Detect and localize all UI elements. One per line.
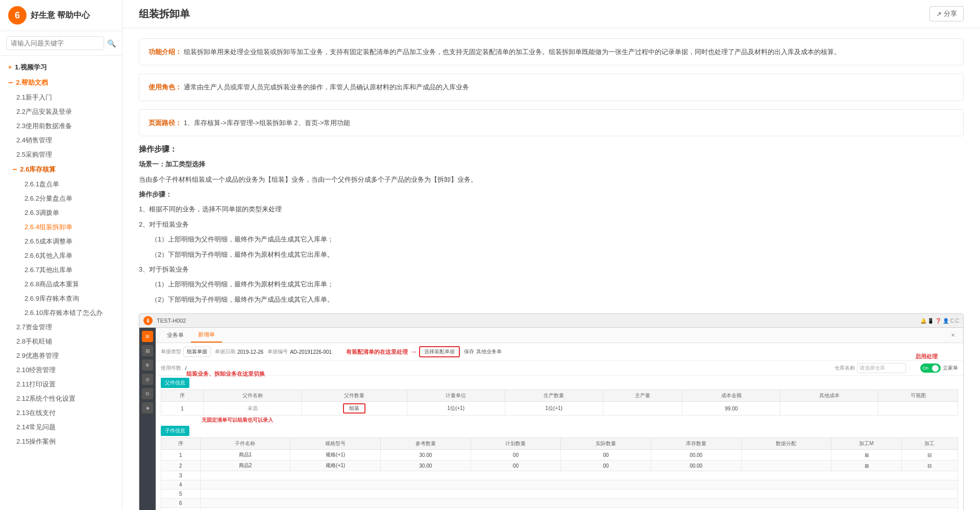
ss-save-btn[interactable]: 保存: [464, 348, 474, 355]
step1: 1、根据不同的业务，选择不同单据的类型来处理: [139, 203, 964, 215]
sidebar-item-2-6-3[interactable]: 2.6.3调拨单: [0, 206, 122, 220]
ss-bot-col-m: 加工M: [831, 438, 902, 450]
step3-1: （1）上部明细为父件明细，最终作为原材料生成其它出库单；: [151, 278, 964, 290]
intro-block: 功能介绍： 组装拆卸单用来处理企业组装或拆卸等加工业务，支持有固定装配清单的产品…: [139, 38, 964, 65]
sidebar-item-2-12[interactable]: 2.12系统个性化设置: [0, 392, 122, 406]
ss-other-btn[interactable]: 其他业务单: [476, 348, 502, 355]
ss-bot-r5-1: 5: [161, 490, 201, 499]
sidebar-item-2-6-2[interactable]: 2.6.2分量盘点单: [0, 191, 122, 206]
ss-close-icon[interactable]: ✕: [951, 332, 959, 338]
table-row: 5: [161, 490, 958, 499]
ss-tab-business[interactable]: 业务单: [160, 328, 191, 342]
ss-cell-val: 组装: [302, 402, 407, 416]
step2-1: （1）上部明细为父件明细，最终作为产成品生成其它入库单；: [151, 233, 964, 245]
sidebar-item-2-14[interactable]: 2.14常见问题: [0, 420, 122, 434]
sidebar-item-2-6-10[interactable]: 2.6.10库存账本错了怎么办: [0, 306, 122, 320]
ss-bottom-table-section: 子件信息 序 子件名称 规格型号 参考数量 计划数量 实际数量: [156, 425, 963, 510]
ss-toggle-ball: [932, 365, 939, 372]
sidebar-item-2-6[interactable]: − 2.6库存核算: [0, 162, 122, 177]
table-row: 6: [161, 499, 958, 508]
ss-bot-r1-8: [741, 450, 831, 460]
search-icon[interactable]: 🔍: [107, 39, 116, 47]
intro-text: 组装拆卸单用来处理企业组装或拆卸等加工业务，支持有固定装配清单的产品加工业务，也…: [184, 48, 841, 56]
minus-icon-2: −: [12, 165, 17, 174]
ss-no-value: AD-20191226-001: [290, 349, 332, 355]
ss-bot-r6-empty: [200, 499, 958, 508]
share-icon: ↗: [936, 10, 942, 18]
ss-bot-r1-10: ⊟: [901, 450, 958, 460]
table-row: 2 商品2 规格(+1) 30.00 00 00 00.00 ⊞ ⊟: [161, 460, 958, 471]
sidebar-item-2-5[interactable]: 2.5采购管理: [0, 148, 122, 162]
step2: 2、对于组装业务: [139, 218, 964, 230]
ss-type-select[interactable]: 组装单据: [183, 347, 211, 357]
sidebar-item-2-10[interactable]: 2.10经营管理: [0, 363, 122, 377]
ss-cell-empty2: 1位(+1): [505, 402, 603, 416]
ss-bot-r6-1: 6: [161, 499, 201, 508]
sidebar-item-2-13[interactable]: 2.13在线支付: [0, 406, 122, 420]
sidebar-item-2-6-4[interactable]: 2.6.4组装拆卸单: [0, 220, 122, 234]
ss-count-label: 使用件数: [161, 365, 181, 372]
sidebar-item-1[interactable]: + 1.视频学习: [0, 60, 122, 75]
ss-confirm-btn[interactable]: 立家单: [943, 365, 958, 372]
ss-bottom-table: 序 子件名称 规格型号 参考数量 计划数量 实际数量 库存数量 数据分配 加工M: [161, 438, 958, 510]
ss-cell-empty4: 99.00: [682, 402, 780, 416]
ss-tab-new[interactable]: 新增单: [191, 328, 222, 343]
sidebar-item-2[interactable]: − 2.帮助文档: [0, 75, 122, 90]
annotation3-text: 启用处理: [915, 353, 938, 359]
sidebar-item-2-3[interactable]: 2.3使用前数据准备: [0, 119, 122, 133]
screenshot-icons: 🔔 📱 ❓ 👤 C.C: [920, 318, 959, 324]
sidebar-item-2-6-8[interactable]: 2.6.8商品成本重算: [0, 277, 122, 292]
ss-bot-r2-2: 商品2: [200, 460, 290, 471]
ss-bot-r2-9: ⊞: [831, 460, 902, 471]
sidebar-item-2-9[interactable]: 2.9优惠券管理: [0, 349, 122, 363]
screenshot-sidebar: ⊞ ▤ ⊕ ◎ ⊟ ◈: [139, 328, 156, 510]
annotation4-text: 无固定清单可以组装也可以录入: [202, 417, 273, 423]
ss-icon-4: ⊟: [142, 388, 153, 399]
sidebar-item-2-11[interactable]: 2.11打印设置: [0, 377, 122, 392]
ss-red-input[interactable]: 组装: [343, 403, 365, 414]
ss-toggle-label: On: [922, 366, 928, 371]
ss-col-pname: 父件名称: [204, 390, 302, 402]
sidebar-item-2-8[interactable]: 2.8手机旺铺: [0, 334, 122, 349]
share-button[interactable]: ↗ 分享: [929, 6, 964, 21]
ss-form-header: 单据类型 组装单据 单据日期 2019-12-26 单据编号 AD-201912…: [156, 343, 963, 361]
sidebar-item-2-6-7[interactable]: 2.6.7其他出库单: [0, 263, 122, 277]
ss-icon-1: ▤: [142, 345, 153, 356]
ss-col-main: 主产量: [603, 390, 682, 402]
ss-bot-col-actual: 实际数量: [561, 438, 651, 450]
ss-bot-r2-10: ⊟: [901, 460, 958, 471]
ss-toggle-on[interactable]: On: [920, 363, 941, 373]
screenshot-logo: 6: [143, 316, 153, 325]
ss-annotation4-area: 无固定清单可以组装也可以录入: [156, 417, 963, 425]
ss-bot-r2-1: 2: [161, 460, 201, 471]
path-label: 页面路径：: [149, 119, 182, 127]
ss-bot-col-stock: 库存数量: [651, 438, 741, 450]
ss-wh-input[interactable]: 请选择仓库: [857, 363, 906, 373]
sidebar: 6 好生意 帮助中心 🔍 + 1.视频学习 − 2.帮助文档 2.1新手入门 2…: [0, 0, 122, 510]
intro-label: 功能介绍：: [149, 48, 182, 56]
step2-2: （2）下部明细为子件明细，最终作为原材料生成其它出库单。: [151, 249, 964, 260]
sidebar-item-2-6-5[interactable]: 2.6.5成本调整单: [0, 234, 122, 249]
sidebar-item-2-1[interactable]: 2.1新手入门: [0, 90, 122, 105]
sidebar-item-2-6-6[interactable]: 2.6.6其他入库单: [0, 249, 122, 263]
ss-bot-r1-6: 00: [561, 450, 651, 460]
table-row: 3: [161, 471, 958, 480]
content-area: 功能介绍： 组装拆卸单用来处理企业组装或拆卸等加工业务，支持有固定装配清单的产品…: [122, 28, 980, 510]
ss-icon-3: ◎: [142, 374, 153, 385]
sidebar-item-2-6-1[interactable]: 2.6.1盘点单: [0, 177, 122, 191]
sidebar-item-2-4[interactable]: 2.4销售管理: [0, 133, 122, 148]
sidebar-item-2-15[interactable]: 2.15操作案例: [0, 434, 122, 449]
sidebar-item-2-7[interactable]: 2.7资金管理: [0, 320, 122, 334]
ss-col-no: 序: [161, 390, 204, 402]
ss-cell-item: 未选: [204, 402, 302, 416]
nav-tree: + 1.视频学习 − 2.帮助文档 2.1新手入门 2.2产品安装及登录 2.3…: [0, 56, 122, 510]
ss-bot-r1-9: ⊞: [831, 450, 902, 460]
sidebar-item-2-2[interactable]: 2.2产品安装及登录: [0, 105, 122, 119]
scene1-title: 场景一：加工类型选择: [139, 158, 964, 170]
sidebar-item-2-6-9[interactable]: 2.6.9库存账本查询: [0, 292, 122, 306]
role-text: 通常由生产人员或库管人员完成拆装业务的操作，库管人员确认原材料的出库和产成品的入…: [184, 83, 469, 91]
ss-col-unit: 计量单位: [407, 390, 505, 402]
ss-table-top-header: 父件信息: [161, 378, 189, 388]
search-input[interactable]: [6, 36, 104, 50]
ss-warehouse-btn[interactable]: 选择装配单据: [419, 346, 460, 357]
